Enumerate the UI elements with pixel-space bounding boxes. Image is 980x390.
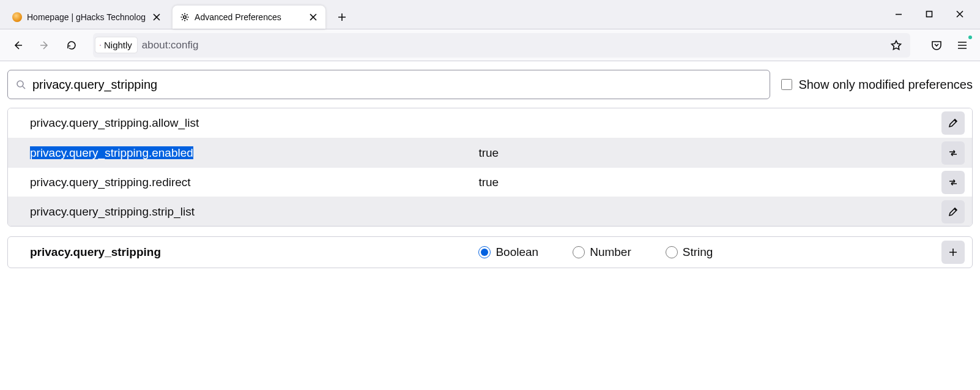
search-row: Show only modified preferences bbox=[7, 70, 973, 99]
bookmark-button[interactable] bbox=[887, 36, 905, 54]
pref-name: privacy.query_stripping.enabled bbox=[30, 146, 478, 160]
new-pref-name: privacy.query_stripping bbox=[30, 246, 478, 259]
search-input[interactable] bbox=[32, 78, 762, 92]
add-pref-button[interactable] bbox=[941, 241, 965, 264]
identity-box[interactable]: Nightly bbox=[95, 37, 137, 53]
svg-point-0 bbox=[184, 16, 186, 18]
nav-bar: Nightly about:config bbox=[0, 29, 980, 61]
new-pref-row: privacy.query_stripping BooleanNumberStr… bbox=[7, 236, 973, 268]
close-tab-button[interactable] bbox=[150, 11, 163, 23]
pencil-icon bbox=[948, 118, 959, 129]
arrow-left-icon bbox=[12, 39, 24, 51]
pref-name: privacy.query_stripping.strip_list bbox=[30, 205, 478, 219]
type-option-boolean[interactable]: Boolean bbox=[478, 246, 538, 259]
close-tab-button[interactable] bbox=[307, 11, 319, 23]
pref-row[interactable]: privacy.query_stripping.redirecttrue bbox=[8, 167, 972, 197]
star-icon bbox=[890, 39, 902, 51]
toggle-pref-button[interactable] bbox=[941, 141, 965, 165]
close-icon bbox=[308, 12, 318, 22]
swap-icon bbox=[948, 148, 959, 159]
prefs-table: privacy.query_stripping.allow_listprivac… bbox=[7, 108, 973, 227]
show-only-modified-label: Show only modified preferences bbox=[798, 78, 973, 92]
minimize-icon bbox=[894, 9, 904, 19]
type-radio[interactable] bbox=[666, 246, 678, 258]
pocket-button[interactable] bbox=[925, 34, 948, 57]
url-bar[interactable]: Nightly about:config bbox=[93, 33, 910, 58]
arrow-right-icon bbox=[39, 39, 51, 51]
pref-name: privacy.query_stripping.redirect bbox=[30, 176, 478, 189]
type-radio[interactable] bbox=[573, 246, 585, 258]
maximize-button[interactable] bbox=[914, 2, 945, 26]
new-tab-button[interactable] bbox=[332, 7, 352, 28]
close-icon bbox=[955, 9, 965, 19]
new-pref-type-group: BooleanNumberString bbox=[478, 246, 941, 259]
edit-pref-button[interactable] bbox=[941, 111, 965, 135]
back-button[interactable] bbox=[6, 34, 29, 57]
edit-pref-button[interactable] bbox=[941, 200, 965, 223]
search-box[interactable] bbox=[7, 70, 770, 99]
type-label: Number bbox=[590, 246, 631, 259]
app-menu-button[interactable] bbox=[951, 34, 974, 57]
hamburger-icon bbox=[956, 39, 968, 51]
show-only-modified-checkbox[interactable] bbox=[781, 79, 792, 90]
pref-value: true bbox=[478, 176, 941, 189]
gear-icon bbox=[180, 12, 190, 22]
type-option-number[interactable]: Number bbox=[573, 246, 631, 259]
close-window-button[interactable] bbox=[945, 2, 975, 26]
tab-bar: Homepage | gHacks Technolog Advanced Pre… bbox=[0, 0, 980, 29]
pref-row[interactable]: privacy.query_stripping.strip_list bbox=[8, 197, 972, 226]
pencil-icon bbox=[948, 206, 959, 217]
swap-icon bbox=[948, 177, 959, 188]
identity-brand: Nightly bbox=[104, 40, 132, 50]
type-label: Boolean bbox=[496, 246, 538, 259]
plus-icon bbox=[948, 247, 959, 258]
reload-button[interactable] bbox=[60, 34, 83, 57]
minimize-button[interactable] bbox=[883, 2, 914, 26]
pocket-icon bbox=[930, 39, 943, 51]
type-option-string[interactable]: String bbox=[666, 246, 713, 259]
pref-value: true bbox=[478, 146, 941, 160]
plus-icon bbox=[336, 12, 347, 23]
reload-icon bbox=[65, 39, 78, 51]
maximize-icon bbox=[924, 9, 934, 19]
forward-button[interactable] bbox=[33, 34, 56, 57]
url-text: about:config bbox=[142, 39, 882, 51]
svg-point-2 bbox=[17, 81, 23, 87]
pref-name: privacy.query_stripping.allow_list bbox=[30, 116, 478, 130]
notification-dot-icon bbox=[968, 36, 972, 39]
ghacks-favicon-icon bbox=[12, 12, 22, 22]
pref-row[interactable]: privacy.query_stripping.allow_list bbox=[8, 108, 972, 138]
gear-favicon-icon bbox=[180, 12, 190, 22]
svg-rect-1 bbox=[927, 12, 932, 17]
about-config-content: Show only modified preferences privacy.q… bbox=[0, 61, 980, 390]
tabs: Homepage | gHacks Technolog Advanced Pre… bbox=[5, 6, 352, 29]
close-icon bbox=[152, 12, 161, 22]
show-only-modified[interactable]: Show only modified preferences bbox=[781, 78, 973, 92]
toolbar-right bbox=[925, 34, 974, 57]
toggle-pref-button[interactable] bbox=[941, 171, 965, 194]
tab-title: Advanced Preferences bbox=[195, 12, 302, 22]
tab-title: Homepage | gHacks Technolog bbox=[27, 12, 146, 22]
type-label: String bbox=[683, 246, 713, 259]
search-icon bbox=[15, 79, 26, 90]
tab-ghacks[interactable]: Homepage | gHacks Technolog bbox=[5, 6, 169, 29]
tab-about-config[interactable]: Advanced Preferences bbox=[173, 6, 325, 29]
pref-row[interactable]: privacy.query_stripping.enabledtrue bbox=[8, 138, 972, 167]
type-radio[interactable] bbox=[478, 246, 491, 258]
window-controls bbox=[883, 0, 975, 29]
